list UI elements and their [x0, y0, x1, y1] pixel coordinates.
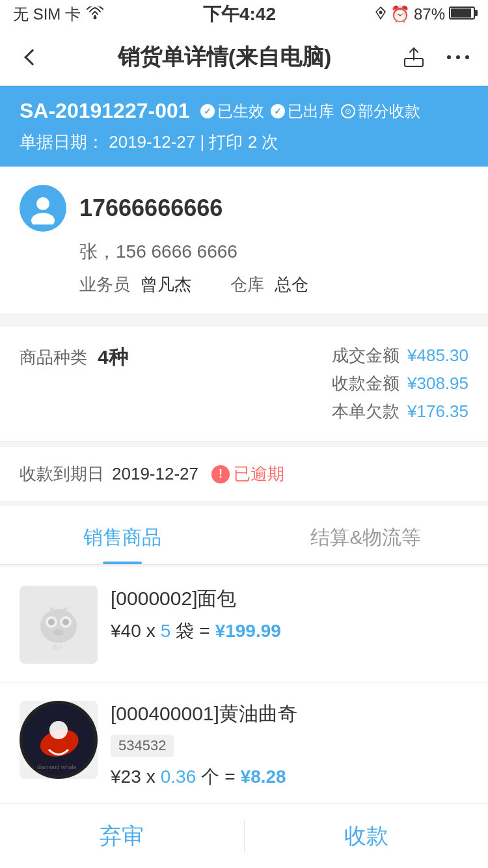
product-type-label: 商品种类: [20, 346, 87, 369]
warehouse-value: 总仓: [275, 275, 308, 294]
svg-point-17: [49, 721, 68, 739]
price-2: ¥23: [111, 766, 141, 787]
price-sep-2: x: [146, 766, 156, 787]
wifi-icon: [86, 5, 104, 23]
order-banner-top: SA-20191227-001 ✓ 已生效 ✓ 已出库 ⊙ 部分收款: [20, 99, 468, 123]
due-date-value: 2019-12-27: [112, 464, 198, 484]
print-count: 2: [248, 132, 257, 152]
product-sku-2: 534532: [111, 735, 174, 757]
product-price-1: ¥40 x 5 袋 = ¥199.99: [111, 619, 468, 644]
owed-label: 本单欠款: [332, 400, 400, 423]
print-unit: 次: [262, 132, 278, 152]
page-title: 销货单详情(来自电脑): [52, 42, 397, 72]
svg-point-8: [40, 609, 77, 643]
product-thumb-2: diamond whale: [20, 701, 98, 779]
svg-point-1: [379, 11, 382, 14]
date-label: 单据日期：: [20, 132, 104, 152]
svg-point-4: [456, 55, 460, 59]
product-info-1: [0000002]面包 ¥40 x 5 袋 = ¥199.99: [111, 586, 468, 644]
unit-2: 个: [201, 765, 219, 789]
status-partial: ⊙ 部分收款: [341, 101, 420, 122]
customer-section: 17666666666 张，156 6666 6666 业务员 曾凡杰 仓库 总…: [0, 167, 488, 315]
status-time: 下午4:42: [203, 2, 276, 27]
svg-point-12: [62, 619, 69, 625]
qty-2: 0.36: [161, 766, 197, 787]
tab-products[interactable]: 销售商品: [0, 506, 244, 564]
svg-point-13: [53, 629, 64, 636]
svg-point-0: [94, 16, 97, 20]
battery-percent: 87%: [414, 5, 445, 23]
svg-text:鱼+: 鱼+: [52, 644, 62, 651]
customer-details: 业务员 曾凡杰 仓库 总仓: [79, 273, 468, 296]
stats-row: 商品种类 4种 成交金额 ¥485.30 收款金额 ¥308.95 本单欠款 ¥…: [20, 344, 468, 423]
share-button[interactable]: [397, 40, 431, 74]
stats-left: 商品种类 4种: [20, 344, 128, 371]
due-date-section: 收款到期日 2019-12-27 ! 已逾期: [0, 442, 488, 506]
confirm-button[interactable]: 收款: [245, 808, 489, 864]
status-right: ⏰ 87%: [375, 5, 475, 23]
more-icon: [446, 53, 470, 61]
eq-2: =: [224, 766, 235, 787]
product-item: 鱼+ [0000002]面包 ¥40 x 5 袋 = ¥199.99: [0, 567, 488, 683]
received-row: 收款金额 ¥308.95: [332, 372, 468, 395]
stats-right: 成交金额 ¥485.30 收款金额 ¥308.95 本单欠款 ¥176.35: [332, 344, 468, 423]
product-type-value: 4种: [98, 344, 128, 371]
battery-icon: [449, 5, 475, 23]
price-sep-1: x: [146, 621, 156, 642]
order-banner: SA-20191227-001 ✓ 已生效 ✓ 已出库 ⊙ 部分收款 单据日期：…: [0, 86, 488, 167]
owed-value: ¥176.35: [407, 401, 468, 422]
total-2: ¥8.28: [241, 766, 286, 787]
customer-row: 17666666666: [20, 185, 468, 232]
svg-point-3: [447, 55, 451, 59]
user-avatar-icon: [27, 192, 59, 224]
tabs-section: 销售商品 结算&物流等: [0, 506, 488, 565]
more-button[interactable]: [441, 40, 475, 74]
overdue-text: 已逾期: [234, 463, 284, 485]
back-arrow-icon: [24, 49, 40, 65]
section-gap-1: [0, 315, 488, 325]
warehouse-info: 仓库 总仓: [230, 273, 308, 296]
received-value: ¥308.95: [407, 373, 468, 394]
location-icon: [375, 5, 386, 23]
unit-1: 袋: [176, 619, 194, 644]
bottom-action-bar: 弃审 收款: [0, 803, 488, 868]
print-separator: |: [200, 132, 209, 152]
price-1: ¥40: [111, 621, 141, 642]
overdue-warning-icon: !: [211, 465, 230, 483]
product-logo-icon: diamond whale: [23, 704, 94, 776]
back-button[interactable]: [13, 38, 52, 77]
cancel-button[interactable]: 弃审: [0, 808, 244, 864]
check-icon-2: ✓: [271, 104, 285, 118]
order-date: 2019-12-27: [109, 132, 195, 152]
received-label: 收款金额: [332, 372, 400, 395]
total-1: ¥199.99: [215, 621, 281, 642]
product-info-2: [000400001]黄油曲奇 534532 ¥23 x 0.36 个 = ¥8…: [111, 701, 468, 789]
product-image-1: 鱼+: [20, 586, 98, 664]
stats-section: 商品种类 4种 成交金额 ¥485.30 收款金额 ¥308.95 本单欠款 ¥…: [0, 325, 488, 442]
nav-bar: 销货单详情(来自电脑): [0, 29, 488, 86]
nav-actions: [397, 40, 475, 74]
customer-phone: 17666666666: [79, 195, 223, 222]
sales-value: 曾凡杰: [141, 275, 191, 294]
product-name-2: [000400001]黄油曲奇: [111, 701, 468, 727]
alarm-icon: ⏰: [390, 5, 410, 23]
order-date-row: 单据日期： 2019-12-27 | 打印 2 次: [20, 131, 468, 154]
deal-amount-label: 成交金额: [332, 344, 400, 367]
print-label: 打印: [209, 132, 243, 152]
status-tags: ✓ 已生效 ✓ 已出库 ⊙ 部分收款: [200, 101, 420, 122]
carrier-text: 无 SIM 卡: [13, 4, 81, 25]
warehouse-label: 仓库: [230, 275, 264, 294]
svg-text:diamond whale: diamond whale: [37, 764, 77, 770]
qty-1: 5: [161, 621, 171, 642]
share-icon: [402, 46, 426, 69]
due-date-label: 收款到期日: [20, 463, 104, 485]
status-bar: 无 SIM 卡 下午4:42 ⏰ 87%: [0, 0, 488, 29]
svg-point-6: [36, 197, 49, 210]
tab-settlement[interactable]: 结算&物流等: [244, 506, 488, 564]
product-thumb-1: 鱼+: [20, 586, 98, 664]
avatar: [20, 185, 66, 232]
product-name-1: [0000002]面包: [111, 586, 468, 612]
svg-point-5: [465, 55, 469, 59]
sales-label: 业务员: [79, 275, 130, 294]
products-section: 鱼+ [0000002]面包 ¥40 x 5 袋 = ¥199.99: [0, 567, 488, 808]
